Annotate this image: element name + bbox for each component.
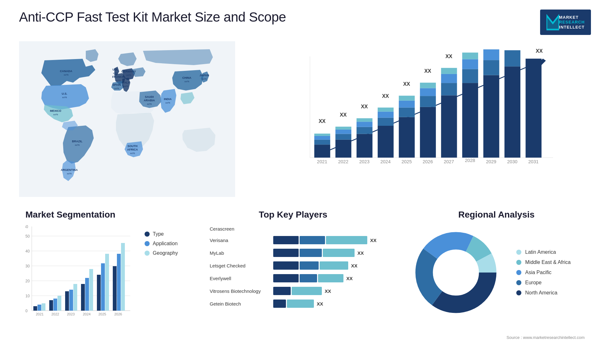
everlywell-seg3 (318, 274, 343, 282)
logo-line1: MARKET (559, 15, 585, 20)
getein-seg2 (287, 300, 314, 308)
bar-2027-label: XX (445, 53, 452, 59)
legend-europe-dot (516, 280, 521, 285)
legend-application-label: Application (153, 241, 178, 246)
france-val: xx% (116, 79, 120, 82)
legend-asia: Asia Pacific (516, 270, 571, 275)
seg-2026-type (113, 266, 117, 311)
verisana-seg3 (326, 236, 367, 244)
bar-2027-seg3 (441, 74, 457, 83)
bar-2027-seg4 (441, 68, 457, 74)
everlywell-seg2 (300, 274, 317, 282)
map-container: CANADA xx% U.S. xx% MEXICO xx% BRAZIL xx… (19, 41, 235, 197)
year-2030: 2030 (507, 159, 517, 164)
segmentation-title: Market Segmentation (25, 210, 178, 220)
seg-chart-wrapper: 0 10 20 30 40 50 60 (25, 225, 178, 314)
bar-2029-seg3 (483, 49, 499, 60)
bar-2022-seg1 (336, 140, 351, 158)
bar-2023-seg3 (356, 122, 372, 127)
bar-2023-label: XX (361, 104, 368, 109)
y-0: 0 (25, 309, 28, 313)
players-title: Top Key Players (210, 210, 376, 220)
player-mylab-name: MyLab (210, 250, 270, 256)
bar-2024-seg3 (378, 111, 394, 118)
donut-svg (408, 225, 504, 320)
bar-2026-label: XX (424, 68, 431, 74)
legend-geography-label: Geography (153, 250, 178, 256)
donut-center (433, 250, 479, 295)
year-2028: 2028 (465, 158, 475, 163)
top-section: CANADA xx% U.S. xx% MEXICO xx% BRAZIL xx… (19, 41, 591, 197)
seg-2023-app (69, 290, 73, 311)
player-letsget-bars: XX (273, 261, 376, 270)
seg-x-2021: 2021 (36, 312, 44, 316)
bar-2029-seg2 (483, 60, 499, 75)
player-getein-bars: XX (273, 300, 376, 308)
saudi-label: SAUDI (145, 95, 154, 98)
us-label: U.S. (62, 92, 67, 95)
y-10: 10 (25, 294, 30, 298)
bar-2021-label: XX (319, 118, 326, 124)
canada-label: CANADA (60, 70, 72, 73)
seg-2026-geo (121, 243, 125, 311)
brazil-label: BRAZIL (72, 140, 83, 143)
bar-2026-seg2 (420, 96, 436, 107)
source-text: Source : www.marketresearchintellect.com (408, 332, 585, 340)
bar-2030-seg1 (505, 66, 520, 158)
uk-label: U.K. (112, 68, 118, 71)
mylab-seg3 (323, 249, 355, 257)
legend-na-dot (516, 290, 521, 295)
y-20: 20 (25, 279, 30, 283)
bar-2028-seg3 (462, 59, 478, 69)
bar-2024-label: XX (382, 93, 389, 99)
legend-na-label: North America (525, 290, 557, 296)
vitrosens-value: XX (325, 288, 331, 294)
page-title: Anti-CCP Fast Test Kit Market Size and S… (19, 10, 286, 25)
year-2027: 2027 (444, 159, 454, 164)
world-map: CANADA xx% U.S. xx% MEXICO xx% BRAZIL xx… (19, 41, 235, 197)
player-everlywell-bars: XX (273, 274, 376, 282)
brazil-val: xx% (75, 144, 79, 146)
year-2026: 2026 (423, 159, 433, 164)
uk-val: xx% (113, 72, 118, 75)
argentina-label: ARGENTINA (61, 168, 78, 172)
bar-2022-seg2 (336, 134, 351, 140)
legend-mea-dot (516, 260, 521, 265)
seg-2023-type (65, 291, 69, 311)
letsget-value: XX (351, 263, 357, 268)
bar-2023-seg2 (356, 127, 372, 134)
seg-2024-type (81, 284, 85, 311)
legend-geography: Geography (145, 250, 178, 256)
southafrica-label2: AFRICA (127, 148, 138, 151)
letsget-seg2 (300, 261, 319, 270)
player-cerascreen-name: Cerascreen (210, 226, 270, 232)
bar-2021-seg3 (314, 136, 330, 140)
saudi-label2: ARABIA (144, 99, 155, 102)
regional-container: Regional Analysis (402, 206, 591, 343)
legend-latam-label: Latin America (525, 249, 556, 255)
y-40: 40 (25, 249, 30, 253)
bar-2022-label: XX (340, 112, 347, 118)
player-row-getein: Getein Biotech XX (210, 300, 376, 308)
legend-latam-dot (516, 250, 521, 255)
legend-asia-label: Asia Pacific (525, 270, 552, 275)
bar-2026-seg1 (420, 107, 436, 158)
seg-2025-type (97, 275, 101, 311)
bar-2026-seg3 (420, 88, 436, 96)
bar-2028-seg1 (462, 83, 478, 158)
bar-2026-seg4 (420, 83, 436, 88)
player-verisana-bars: XX (273, 236, 376, 244)
vitrosens-seg1 (273, 287, 291, 295)
seg-2023-geo (73, 284, 77, 311)
logo-text: MARKET RESEARCH INTELLECT (559, 15, 585, 30)
seg-2024-geo (89, 269, 93, 311)
seg-x-2025: 2025 (98, 312, 106, 316)
japan-val: xx% (202, 78, 207, 80)
bar-2025-seg1 (399, 117, 415, 158)
germany-label: GERMANY (121, 70, 136, 73)
mexico-val: xx% (53, 113, 58, 116)
players-container: Top Key Players Cerascreen Verisana XX M… (203, 206, 383, 343)
year-2022: 2022 (338, 159, 348, 164)
legend-north-america: North America (516, 290, 571, 296)
vitrosens-seg2 (292, 287, 322, 295)
